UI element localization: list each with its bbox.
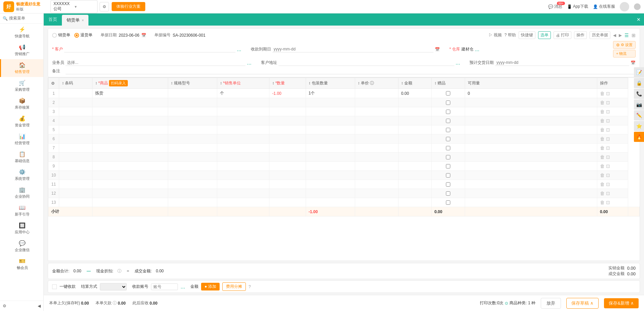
row-barcode-2[interactable]	[59, 98, 92, 107]
avatar[interactable]	[620, 2, 629, 11]
row-unit-9[interactable]	[217, 162, 269, 171]
due-date-calendar-icon[interactable]: 📅	[435, 47, 440, 52]
delivery-date-calendar-icon[interactable]: 📅	[631, 61, 636, 65]
row-spec-5[interactable]	[168, 125, 217, 134]
due-date-input[interactable]	[272, 46, 434, 52]
salesperson-dots-icon[interactable]: ...	[247, 60, 251, 66]
add-payment-button[interactable]: ● 添加	[201, 283, 220, 290]
copy-icon-2[interactable]: ⊡	[606, 100, 610, 105]
row-amount-6[interactable]	[398, 134, 431, 144]
row-pkg-qty-3[interactable]	[306, 107, 355, 116]
online-service-button[interactable]: 👤 在线客服	[593, 4, 615, 9]
discard-button[interactable]: 放弃	[541, 298, 561, 309]
gift-checkbox-12[interactable]	[446, 191, 450, 196]
sidebar-item-finance[interactable]: 💰 资金管理	[0, 113, 43, 130]
close-tab-icon[interactable]: ×	[82, 18, 84, 22]
row-barcode-1[interactable]	[59, 89, 92, 98]
collapse-icon[interactable]: ◀	[38, 304, 41, 308]
sidebar-item-purchase[interactable]: 🛒 采购管理	[0, 77, 43, 95]
float-btn-6[interactable]: ⭐	[634, 121, 644, 131]
sidebar-item-inventory[interactable]: 📦 库存核算	[0, 95, 43, 113]
row-qty-6[interactable]	[269, 134, 306, 144]
row-unit-4[interactable]	[217, 116, 269, 125]
gift-checkbox-7[interactable]	[446, 146, 450, 150]
sidebar-item-quick-nav[interactable]: ⚡ 快捷导航	[0, 24, 43, 41]
row-pkg-qty-11[interactable]	[306, 180, 355, 189]
copy-icon-9[interactable]: ⊡	[606, 163, 610, 169]
row-amount-4[interactable]	[398, 116, 431, 125]
help-label[interactable]: ? 帮助	[504, 32, 516, 38]
copy-icon-8[interactable]: ⊡	[606, 154, 610, 160]
row-gift-6[interactable]	[431, 134, 465, 144]
row-barcode-13[interactable]	[59, 198, 92, 207]
row-pkg-qty-9[interactable]	[306, 162, 355, 171]
one-click-pay-checkbox[interactable]	[52, 284, 57, 289]
row-amount-12[interactable]	[398, 189, 431, 198]
row-unit-6[interactable]	[217, 134, 269, 144]
row-gift-13[interactable]	[431, 198, 465, 207]
video-label[interactable]: ▷ 视频	[489, 32, 502, 38]
row-pkg-qty-2[interactable]	[306, 98, 355, 107]
row-amount-5[interactable]	[398, 125, 431, 134]
row-qty-4[interactable]	[269, 116, 306, 125]
row-amount-3[interactable]	[398, 107, 431, 116]
view-grid-icon[interactable]: ⊞	[632, 33, 636, 38]
delete-icon-9[interactable]: 🗑	[600, 163, 605, 169]
gift-checkbox-3[interactable]	[446, 110, 450, 114]
row-gift-11[interactable]	[431, 180, 465, 189]
gift-checkbox-11[interactable]	[446, 182, 450, 187]
delete-icon-7[interactable]: 🗑	[600, 145, 605, 151]
sidebar-item-marketing[interactable]: 📢 营销推广	[0, 41, 43, 59]
row-barcode-5[interactable]	[59, 125, 92, 134]
row-qty-8[interactable]	[269, 153, 306, 162]
settings-gear-icon[interactable]: ⚙	[100, 2, 109, 11]
row-spec-1[interactable]	[168, 89, 217, 98]
row-qty-2[interactable]	[269, 98, 306, 107]
gift-checkbox-10[interactable]	[446, 173, 450, 178]
row-qty-5[interactable]	[269, 125, 306, 134]
gift-checkbox-6[interactable]	[446, 137, 450, 141]
account-dots-icon[interactable]: ...	[181, 284, 185, 290]
close-all-tabs-icon[interactable]: ✕	[637, 17, 641, 22]
sidebar-item-enterprise[interactable]: 🏢 企业协同	[0, 184, 43, 202]
row-amount-13[interactable]	[398, 198, 431, 207]
row-amount-8[interactable]	[398, 153, 431, 162]
row-unit-2[interactable]	[217, 98, 269, 107]
gift-checkbox-9[interactable]	[446, 164, 450, 168]
row-unit-10[interactable]	[217, 171, 269, 180]
row-amount-2[interactable]	[398, 98, 431, 107]
row-amount-9[interactable]	[398, 162, 431, 171]
delete-icon-2[interactable]: 🗑	[600, 100, 605, 105]
row-amount-1[interactable]: 0.00	[398, 89, 431, 98]
print-button[interactable]: 🖨 打印	[554, 31, 571, 39]
row-price-4[interactable]	[355, 116, 398, 125]
trial-button[interactable]: 体验行业方案	[112, 2, 145, 11]
history-button[interactable]: 历史单据	[590, 31, 610, 39]
row-barcode-7[interactable]	[59, 144, 92, 153]
app-download-button[interactable]: 📱 App下载	[567, 4, 588, 9]
row-barcode-10[interactable]	[59, 171, 92, 180]
radio-sales-order[interactable]: 销货单	[52, 32, 70, 38]
copy-icon-10[interactable]: ⊡	[606, 172, 610, 178]
row-spec-4[interactable]	[168, 116, 217, 125]
row-qty-12[interactable]	[269, 189, 306, 198]
row-price-7[interactable]	[355, 144, 398, 153]
copy-icon-4[interactable]: ⊡	[606, 118, 610, 123]
company-selector[interactable]: XXXXXX公司 ▾	[50, 0, 98, 13]
customer-addr-input[interactable]	[278, 60, 454, 66]
customer-input[interactable]	[64, 46, 235, 52]
row-qty-10[interactable]	[269, 171, 306, 180]
row-product-4[interactable]	[92, 116, 168, 125]
row-pkg-qty-10[interactable]	[306, 171, 355, 180]
radio-return-order[interactable]: 退货单	[74, 32, 92, 38]
col-settings[interactable]: ⚙	[48, 78, 59, 89]
row-spec-3[interactable]	[168, 107, 217, 116]
row-unit-3[interactable]	[217, 107, 269, 116]
row-barcode-3[interactable]	[59, 107, 92, 116]
view-list-icon[interactable]: ☰	[624, 33, 629, 38]
row-price-13[interactable]	[355, 198, 398, 207]
customer-addr-dots-icon[interactable]: ...	[456, 60, 460, 66]
row-gift-10[interactable]	[431, 171, 465, 180]
sidebar-item-sales[interactable]: 🏠 销售管理	[0, 59, 43, 77]
row-price-9[interactable]	[355, 162, 398, 171]
